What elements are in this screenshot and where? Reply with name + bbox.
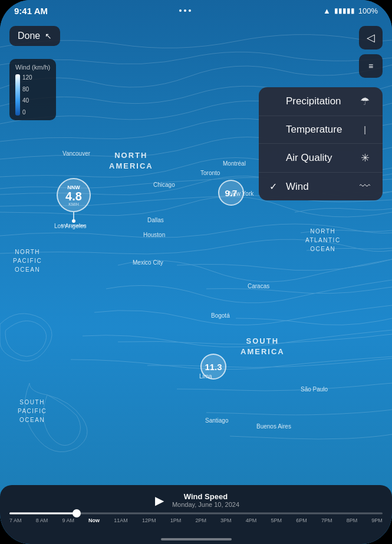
progress-thumb[interactable]	[73, 509, 81, 517]
temperature-label: Temperature	[286, 124, 342, 136]
status-dot-2	[184, 9, 186, 12]
wind-bubble-new-york[interactable]: 9.7	[218, 180, 244, 206]
time-8am: 8 AM	[36, 517, 48, 523]
time-7pm: 7PM	[321, 517, 332, 523]
bubble-unit: KM/H	[68, 202, 79, 206]
wind-legend-bar: 120 80 40 0	[15, 74, 50, 116]
layers-icon: ≡	[368, 61, 373, 71]
time-11am: 11AM	[114, 517, 128, 523]
timeline-title-block: Wind Speed Monday, June 10, 2024	[172, 492, 239, 508]
legend-val-1: 80	[22, 86, 32, 93]
progress-bar[interactable]	[9, 512, 383, 515]
device-frame: 9:41 AM ▲ ▮▮▮▮▮ 100% Done ↖ ◁ ≡ Wind (km…	[0, 0, 392, 544]
dropdown-item-air-quality[interactable]: Air Quality ✳	[259, 144, 383, 173]
status-dot-3	[189, 9, 191, 12]
wifi-icon: ▲	[323, 6, 331, 15]
time-1pm: 1PM	[170, 517, 182, 523]
map-background	[0, 0, 392, 544]
status-dot-1	[179, 9, 182, 12]
bubble-pin	[73, 212, 74, 219]
location-button[interactable]: ◁	[359, 26, 383, 50]
wind-bubble-los-angeles[interactable]: NNW 4.8 KM/H My Location	[57, 178, 91, 228]
timeline-date: Monday, June 10, 2024	[172, 501, 239, 508]
time-9pm: 9PM	[371, 517, 383, 523]
time-4pm: 4PM	[246, 517, 257, 523]
air-quality-icon: ✳	[358, 151, 372, 164]
wind-legend: Wind (km/h) 120 80 40 0	[9, 59, 56, 120]
wind-label: Wind	[286, 181, 309, 193]
legend-val-0: 120	[22, 74, 32, 81]
time-labels: 7 AM 8 AM 9 AM Now 11AM 12PM 1PM 2PM 3PM…	[9, 517, 383, 523]
dropdown-item-precipitation[interactable]: Precipitation ☂	[259, 87, 383, 116]
bottom-panel: ▶ Wind Speed Monday, June 10, 2024 7 AM …	[0, 485, 392, 544]
wind-bubble-lima[interactable]: 11.3	[200, 354, 226, 380]
battery-icon: ▮▮▮▮▮	[334, 6, 355, 15]
status-bar: 9:41 AM ▲ ▮▮▮▮▮ 100%	[0, 0, 392, 21]
time-9am: 9 AM	[62, 517, 74, 523]
temperature-icon: |	[358, 125, 372, 134]
battery-percent: 100%	[358, 6, 378, 15]
top-controls: Done ↖ ◁ ≡	[0, 26, 392, 78]
status-time: 9:41 AM	[14, 6, 48, 16]
time-12pm: 12PM	[142, 517, 156, 523]
air-quality-label: Air Quality	[286, 152, 332, 164]
precipitation-icon: ☂	[358, 95, 372, 108]
bubble-speed-ny: 9.7	[225, 189, 238, 197]
dropdown-item-temperature[interactable]: Temperature |	[259, 116, 383, 144]
wind-legend-title: Wind (km/h)	[15, 64, 50, 71]
done-label: Done	[18, 31, 40, 41]
home-indicator	[161, 538, 232, 540]
bubble-speed: 4.8	[65, 190, 82, 202]
progress-track	[9, 513, 383, 515]
timeline-main-title: Wind Speed	[172, 492, 239, 501]
layer-dropdown: Precipitation ☂ Temperature | Air Qualit…	[259, 87, 383, 200]
layers-button[interactable]: ≡	[359, 54, 383, 78]
play-icon: ▶	[155, 494, 164, 507]
status-center	[179, 9, 191, 12]
time-3pm: 3PM	[220, 517, 232, 523]
location-icon: ◁	[367, 31, 375, 44]
progress-fill	[9, 513, 77, 515]
dropdown-item-wind[interactable]: ✓ Wind 〰	[259, 173, 383, 200]
wind-icon: 〰	[358, 180, 372, 193]
done-button[interactable]: Done ↖	[9, 26, 60, 46]
legend-val-3: 0	[22, 109, 32, 116]
timeline-header: ▶ Wind Speed Monday, June 10, 2024	[9, 492, 383, 508]
right-controls: ◁ ≡	[359, 26, 383, 78]
precipitation-label: Precipitation	[286, 95, 341, 107]
status-right: ▲ ▮▮▮▮▮ 100%	[323, 6, 378, 15]
legend-labels: 120 80 40 0	[22, 74, 32, 116]
my-location-label: My Location	[57, 223, 91, 228]
time-6pm: 6PM	[296, 517, 307, 523]
legend-gradient	[15, 74, 20, 116]
time-5pm: 5PM	[271, 517, 282, 523]
time-8pm: 8PM	[347, 517, 358, 523]
check-wind: ✓	[269, 181, 281, 192]
play-button[interactable]: ▶	[153, 493, 166, 507]
time-now: Now	[88, 517, 100, 523]
legend-val-2: 40	[22, 97, 32, 104]
time-2pm: 2PM	[195, 517, 206, 523]
bubble-speed-lima: 11.3	[205, 362, 222, 371]
bubble-direction: NNW	[67, 184, 80, 190]
cursor-icon: ↖	[45, 31, 52, 41]
time-7am: 7 AM	[9, 517, 22, 523]
